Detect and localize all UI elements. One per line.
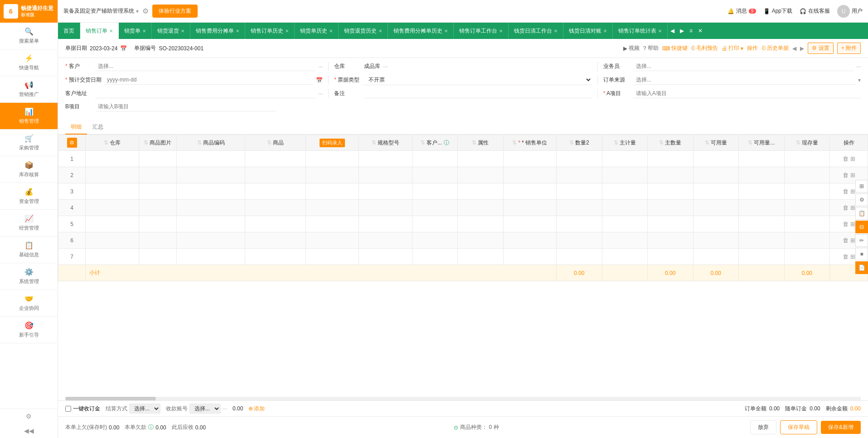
address-input[interactable] xyxy=(95,89,315,98)
sidebar-item-purchase[interactable]: 🛒 采购管理 xyxy=(0,130,58,156)
row-attr[interactable] xyxy=(458,167,504,183)
row-main-qty[interactable] xyxy=(648,200,693,216)
operate-btn[interactable]: 操作 xyxy=(747,44,758,52)
tab-sales-goods[interactable]: 销货单 ✕ xyxy=(119,23,152,39)
row-name[interactable] xyxy=(245,167,306,183)
row-custom[interactable] xyxy=(412,200,458,216)
customer-expand-icon[interactable]: ··· xyxy=(318,63,323,70)
one-key-checkbox-input[interactable] xyxy=(65,406,71,412)
row-copy-icon[interactable]: ⊞ xyxy=(850,204,855,211)
row-copy-icon[interactable]: ⊞ xyxy=(850,237,855,244)
nav-next-icon[interactable]: ▶ xyxy=(800,45,804,52)
row-code[interactable] xyxy=(177,167,245,183)
note-input[interactable] xyxy=(364,89,592,98)
row-code[interactable] xyxy=(177,183,245,200)
row-main-qty[interactable] xyxy=(648,151,693,167)
tab-close-icon[interactable]: ✕ xyxy=(329,29,333,34)
row-copy-icon[interactable]: ⊞ xyxy=(850,155,855,162)
row-unit[interactable] xyxy=(503,232,556,249)
delivery-date-input[interactable] xyxy=(104,75,313,85)
row-qty2[interactable] xyxy=(556,167,602,183)
sidebar-item-marketing[interactable]: 📢 营销推广 xyxy=(0,76,58,103)
rfp-btn-7[interactable]: 📄 xyxy=(855,261,868,274)
account-select[interactable]: 选择... xyxy=(189,404,221,414)
rfp-btn-1[interactable]: ⊞ xyxy=(855,180,868,193)
topbar-gear-btn[interactable]: ⚙ xyxy=(142,7,149,15)
row-warehouse[interactable] xyxy=(86,183,139,200)
tab-sales-report[interactable]: 销售订单统计表 ✕ xyxy=(613,23,668,39)
tab-close-icon[interactable]: ✕ xyxy=(444,29,448,34)
row-unit[interactable] xyxy=(503,167,556,183)
row-qty2[interactable] xyxy=(556,200,602,216)
sidebar-item-guide[interactable]: 🎯 新手引导 xyxy=(0,317,58,343)
row-delete-icon[interactable]: 🗑 xyxy=(843,188,849,195)
tab-summary[interactable]: 汇总 xyxy=(87,120,109,135)
shortcut-btn[interactable]: ⌨ 快捷键 xyxy=(662,44,688,52)
tab-next-btn[interactable]: ▶ xyxy=(677,23,687,39)
row-unit[interactable] xyxy=(503,151,556,167)
sidebar-item-finance[interactable]: 💰 资金管理 xyxy=(0,183,58,210)
sidebar-item-search[interactable]: 🔍 搜索菜单 xyxy=(0,23,58,49)
tab-close-icon[interactable]: ✕ xyxy=(378,29,382,34)
row-qty2[interactable] xyxy=(556,249,602,265)
account-expand-icon[interactable]: ··· xyxy=(223,405,227,412)
rfp-btn-6[interactable]: ★ xyxy=(855,248,868,260)
row-name[interactable] xyxy=(245,249,306,265)
row-attr[interactable] xyxy=(458,151,504,167)
tab-close-icon[interactable]: ✕ xyxy=(285,29,289,34)
row-copy-icon[interactable]: ⊞ xyxy=(850,221,855,227)
row-spec[interactable] xyxy=(359,216,412,232)
tab-fee-history[interactable]: 销售费用分摊单历史 ✕ xyxy=(388,23,454,39)
sidebar-item-sales[interactable]: 📊 销售管理 xyxy=(0,103,58,130)
app-download-btn[interactable]: 📱 App下载 xyxy=(763,7,792,15)
tab-daily-account[interactable]: 钱货日清对账 ✕ xyxy=(563,23,613,39)
row-custom[interactable] xyxy=(412,151,458,167)
row-custom[interactable] xyxy=(412,232,458,249)
save-new-btn[interactable]: 保存&新增 xyxy=(821,421,861,434)
order-source-input[interactable] xyxy=(633,75,855,85)
row-main-qty[interactable] xyxy=(648,183,693,200)
tab-close-icon[interactable]: ✕ xyxy=(109,29,113,34)
row-warehouse[interactable] xyxy=(86,151,139,167)
staff-expand-icon[interactable]: ··· xyxy=(856,63,861,70)
history-btn[interactable]: © 历史单据 xyxy=(761,44,789,52)
row-unit[interactable] xyxy=(503,183,556,200)
solution-btn[interactable]: 体验行业方案 xyxy=(152,5,198,18)
row-attr[interactable] xyxy=(458,232,504,249)
warehouse-expand-icon[interactable]: ··· xyxy=(383,63,388,70)
row-spec[interactable] xyxy=(359,249,412,265)
row-code[interactable] xyxy=(177,216,245,232)
scan-btn[interactable]: 扫码录入 xyxy=(320,139,345,147)
row-name[interactable] xyxy=(245,216,306,232)
sidebar-item-inventory[interactable]: 📦 库存核算 xyxy=(0,156,58,183)
row-warehouse[interactable] xyxy=(86,232,139,249)
rfp-btn-4[interactable]: ⊟ xyxy=(855,221,868,233)
tab-home[interactable]: 首页 xyxy=(58,23,80,39)
discard-btn[interactable]: 放弃 xyxy=(750,420,776,434)
row-delete-icon[interactable]: 🗑 xyxy=(843,204,849,211)
add-btn[interactable]: ⊕ 添加 xyxy=(248,405,265,413)
scrollbar-thumb[interactable] xyxy=(65,397,156,400)
tab-close-icon[interactable]: ✕ xyxy=(499,29,503,34)
row-spec[interactable] xyxy=(359,151,412,167)
profit-btn[interactable]: © 毛利预告 xyxy=(691,44,718,52)
address-expand-icon[interactable]: ··· xyxy=(318,91,323,97)
row-name[interactable] xyxy=(245,200,306,216)
staff-input[interactable] xyxy=(633,62,853,71)
tab-close-icon[interactable]: ✕ xyxy=(142,29,146,34)
row-custom[interactable] xyxy=(412,249,458,265)
help-btn[interactable]: ? 帮助 xyxy=(643,44,659,52)
row-spec[interactable] xyxy=(359,200,412,216)
row-delete-icon[interactable]: 🗑 xyxy=(843,237,849,244)
row-attr[interactable] xyxy=(458,200,504,216)
calendar2-icon[interactable]: 📅 xyxy=(316,77,323,83)
row-delete-icon[interactable]: 🗑 xyxy=(843,253,849,260)
row-delete-icon[interactable]: 🗑 xyxy=(843,155,849,162)
user-btn[interactable]: U 用户 xyxy=(837,5,863,18)
row-warehouse[interactable] xyxy=(86,167,139,183)
row-delete-icon[interactable]: 🗑 xyxy=(843,172,849,178)
row-main-qty[interactable] xyxy=(648,249,693,265)
tab-close-icon[interactable]: ✕ xyxy=(554,29,558,34)
tab-menu-btn[interactable]: ≡ xyxy=(687,23,695,39)
row-code[interactable] xyxy=(177,232,245,249)
